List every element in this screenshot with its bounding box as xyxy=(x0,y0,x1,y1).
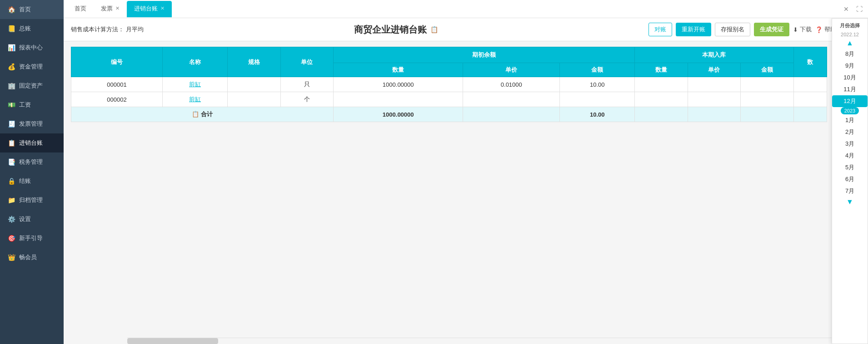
sidebar-item-member[interactable]: 👑 畅会员 xyxy=(0,248,64,267)
cell-purchase-qty xyxy=(635,77,688,92)
month-8[interactable]: 8月 xyxy=(832,48,868,60)
sidebar-item-label: 结账 xyxy=(19,177,31,185)
cell-unit: 只 xyxy=(280,77,333,92)
sidebar-item-assets[interactable]: 🏢 固定资产 xyxy=(0,76,64,95)
archive-icon: 📁 xyxy=(7,196,15,204)
month-7[interactable]: 7月 xyxy=(832,185,868,197)
sidebar-item-tax[interactable]: 📑 税务管理 xyxy=(0,152,64,172)
generate-button[interactable]: 生成凭证 xyxy=(754,23,789,36)
col-opening-qty: 数量 xyxy=(334,63,463,77)
sidebar-item-label: 首页 xyxy=(19,5,31,14)
tab-purchase-sales[interactable]: 进销台账 ✕ xyxy=(127,1,172,17)
sidebar-item-label: 工资 xyxy=(19,101,31,109)
sidebar-item-reports[interactable]: 📊 报表中心 xyxy=(0,38,64,57)
download-icon: ⬇ xyxy=(793,26,798,33)
window-controls: ✕ ⛶ xyxy=(842,5,864,14)
month-nav-down[interactable]: ▼ xyxy=(846,197,853,207)
sidebar-item-label: 总账 xyxy=(19,25,31,33)
cell-purchase-amount xyxy=(741,92,793,107)
cell-purchase-qty xyxy=(635,92,688,107)
main-content: 首页 发票 ✕ 进销台账 ✕ ✕ ⛶ 销售成本计算方法： 月平均 商贸企业进销台… xyxy=(64,0,868,344)
cell-name: 前缸 xyxy=(163,92,228,107)
sidebar-item-home[interactable]: 🏠 首页 xyxy=(0,0,64,19)
close-window-button[interactable]: ✕ xyxy=(842,5,851,14)
total-purchase-price xyxy=(688,107,740,122)
year-2023-label: 2023 xyxy=(841,107,859,114)
col-opening-price: 单价 xyxy=(463,63,560,77)
tab-purchase-sales-close[interactable]: ✕ xyxy=(160,5,165,11)
settings-icon: ⚙️ xyxy=(7,215,15,223)
reopen-button[interactable]: 重新开账 xyxy=(676,23,711,36)
sidebar-item-label: 归档管理 xyxy=(19,196,43,204)
sidebar-item-label: 报表中心 xyxy=(19,44,43,52)
page-title: 商贸企业进销台账 xyxy=(354,24,427,36)
month-11[interactable]: 11月 xyxy=(832,84,868,95)
month-3[interactable]: 3月 xyxy=(832,138,868,150)
month-nav-up[interactable]: ▲ xyxy=(846,38,853,48)
guide-icon: 🎯 xyxy=(7,234,15,242)
tab-invoice-close[interactable]: ✕ xyxy=(115,5,120,11)
download-button[interactable]: ⬇ 下载 xyxy=(793,25,812,34)
tab-invoice[interactable]: 发票 ✕ xyxy=(94,1,127,17)
sidebar-item-purchase-sales[interactable]: 📋 进销台账 xyxy=(0,133,64,152)
maximize-window-button[interactable]: ⛶ xyxy=(854,5,864,14)
col-purchase-amount: 金额 xyxy=(741,63,793,77)
cell-purchase-amount xyxy=(741,77,793,92)
scrollbar-thumb[interactable] xyxy=(127,338,218,344)
cost-method-label: 销售成本计算方法： xyxy=(71,26,124,33)
month-1[interactable]: 1月 xyxy=(832,114,868,126)
table-header-top: 编号 名称 规格 单位 期初余额 本期入库 数 xyxy=(71,47,827,63)
total-opening-qty: 1000.00000 xyxy=(334,107,463,122)
funds-icon: 💰 xyxy=(7,63,15,71)
edit-title-icon[interactable]: 📋 xyxy=(430,26,438,33)
month-12[interactable]: 12月 xyxy=(832,95,868,107)
total-row: 📋合计 1000.00000 10.00 xyxy=(71,107,827,122)
sidebar-item-label: 畅会员 xyxy=(19,253,37,261)
month-6[interactable]: 6月 xyxy=(832,173,868,185)
month-picker-panel: 月份选择 2022.12 ▲ 8月 9月 10月 11月 12月 2023 1月… xyxy=(832,18,868,344)
month-10[interactable]: 10月 xyxy=(832,72,868,84)
cost-method-section: 销售成本计算方法： 月平均 xyxy=(71,25,144,34)
cell-number: 000001 xyxy=(71,77,163,92)
tab-home[interactable]: 首页 xyxy=(67,1,94,17)
sidebar-item-settings[interactable]: ⚙️ 设置 xyxy=(0,210,64,229)
page-area: 销售成本计算方法： 月平均 商贸企业进销台账 📋 对账 重新开账 存报别名 生成… xyxy=(64,18,868,344)
sidebar-item-payroll[interactable]: 💵 工资 xyxy=(0,95,64,114)
total-opening-price xyxy=(463,107,560,122)
member-icon: 👑 xyxy=(7,253,15,261)
home-icon: 🏠 xyxy=(7,5,15,14)
cell-opening-amount xyxy=(560,92,635,107)
total-label: 📋合计 xyxy=(71,107,334,122)
total-purchase-qty xyxy=(635,107,688,122)
month-9[interactable]: 9月 xyxy=(832,60,868,72)
year-2022-label: 2022.12 xyxy=(841,31,859,38)
month-5[interactable]: 5月 xyxy=(832,162,868,173)
payroll-icon: 💵 xyxy=(7,101,15,109)
sidebar-item-archive[interactable]: 📁 归档管理 xyxy=(0,191,64,210)
sidebar-item-ledger[interactable]: 📒 总账 xyxy=(0,19,64,38)
sidebar-item-close[interactable]: 🔒 结账 xyxy=(0,172,64,191)
cost-method-value: 月平均 xyxy=(126,26,144,33)
sidebar-item-funds[interactable]: 💰 资金管理 xyxy=(0,57,64,76)
assets-icon: 🏢 xyxy=(7,82,15,90)
cell-opening-qty: 1000.00000 xyxy=(334,77,463,92)
col-current-purchase: 本期入库 xyxy=(635,47,793,63)
cell-more xyxy=(793,92,827,107)
cell-opening-price xyxy=(463,92,560,107)
sidebar-item-invoices[interactable]: 🧾 发票管理 xyxy=(0,114,64,133)
tax-icon: 📑 xyxy=(7,158,15,166)
reconcile-button[interactable]: 对账 xyxy=(649,23,672,36)
tab-home-label: 首页 xyxy=(75,5,86,13)
table-container: 编号 名称 规格 单位 期初余额 本期入库 数 数量 单价 金额 数量 单价 xyxy=(64,41,868,344)
purchase-sales-icon: 📋 xyxy=(7,139,15,147)
month-4[interactable]: 4月 xyxy=(832,150,868,162)
cell-opening-amount: 10.00 xyxy=(560,77,635,92)
horizontal-scrollbar[interactable] xyxy=(127,338,832,344)
col-purchase-price: 单价 xyxy=(688,63,740,77)
sidebar-item-guide[interactable]: 🎯 新手引导 xyxy=(0,229,64,248)
save-as-button[interactable]: 存报别名 xyxy=(715,23,750,36)
reports-icon: 📊 xyxy=(7,44,15,52)
page-title-section: 商贸企业进销台账 📋 xyxy=(354,24,438,36)
month-2[interactable]: 2月 xyxy=(832,126,868,138)
col-purchase-qty: 数量 xyxy=(635,63,688,77)
